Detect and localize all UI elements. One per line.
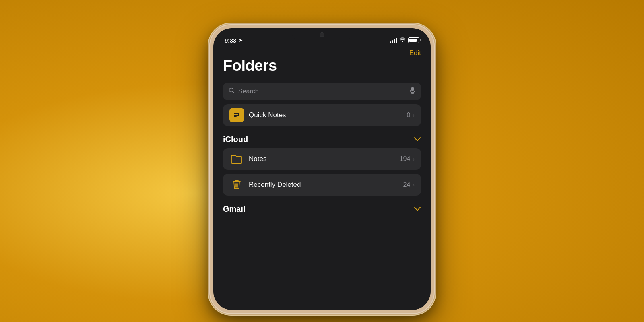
phone-frame: 9:33 ➤: [209, 24, 435, 314]
battery-icon: [408, 37, 419, 43]
notes-folder-count: 194: [400, 155, 411, 163]
svg-rect-1: [411, 87, 414, 91]
notes-folder-chevron: ›: [413, 156, 415, 162]
recently-deleted-chevron: ›: [413, 182, 415, 188]
search-icon: [229, 87, 235, 95]
location-icon: ➤: [239, 38, 242, 43]
recently-deleted-count: 24: [403, 181, 411, 188]
gmail-section: Gmail: [223, 200, 421, 214]
notes-folder-label: Notes: [249, 155, 400, 163]
page-title: Folders: [223, 57, 421, 74]
gmail-section-title: Gmail: [223, 204, 246, 214]
icloud-chevron-icon[interactable]: [414, 136, 421, 143]
icloud-section-header: iCloud: [223, 130, 421, 148]
quick-notes-icon: [229, 108, 244, 122]
quick-notes-chevron: ›: [413, 112, 415, 118]
clock: 9:33: [225, 37, 236, 44]
mic-icon[interactable]: [410, 87, 415, 96]
status-time: 9:33 ➤: [225, 37, 242, 44]
quick-notes-count: 0: [407, 111, 410, 119]
side-button-power: [435, 97, 436, 129]
notch: [292, 28, 352, 40]
notes-folder-item[interactable]: Notes 194 ›: [223, 148, 421, 170]
main-content: Folders Search: [213, 47, 431, 310]
phone-screen: 9:33 ➤: [213, 28, 431, 310]
phone-wrapper: 9:33 ➤: [209, 24, 435, 314]
folder-icon: [229, 152, 244, 166]
icloud-section: iCloud N: [223, 130, 421, 196]
quick-notes-label: Quick Notes: [249, 111, 407, 119]
signal-icon: [390, 38, 397, 43]
recently-deleted-item[interactable]: Recently Deleted 24 ›: [223, 174, 421, 196]
gmail-chevron-icon[interactable]: [414, 206, 421, 213]
trash-icon: [229, 178, 244, 192]
wifi-icon: [399, 37, 406, 43]
search-placeholder: Search: [238, 88, 407, 95]
status-icons: [390, 37, 419, 43]
front-camera: [320, 32, 324, 37]
quick-notes-item[interactable]: Quick Notes 0 ›: [223, 104, 421, 126]
recently-deleted-label: Recently Deleted: [249, 181, 403, 189]
icloud-section-title: iCloud: [223, 135, 248, 144]
search-bar[interactable]: Search: [223, 83, 421, 100]
